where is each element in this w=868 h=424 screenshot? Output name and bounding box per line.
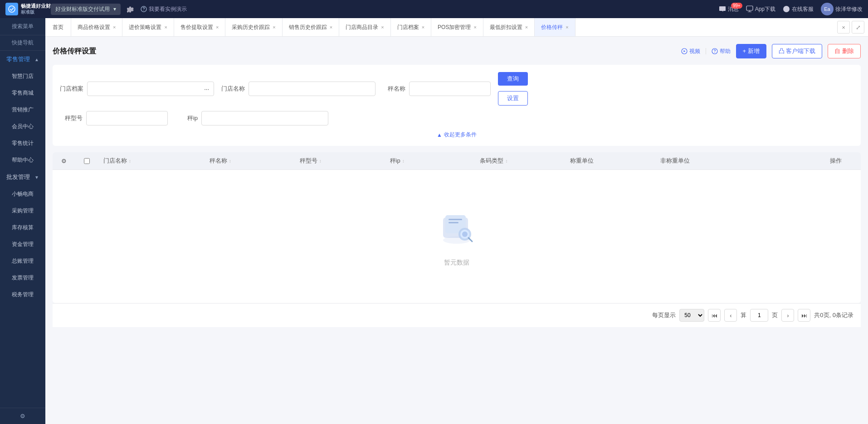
version-settings-icon[interactable] — [124, 3, 137, 15]
sidebar-item-general-ledger[interactable]: 总账管理 — [0, 253, 45, 270]
col-header-scale-ip[interactable]: 秤ip ↕ — [385, 152, 475, 169]
filter-scale-model: 秤型号 — [60, 111, 168, 125]
maximize-tab-btn[interactable]: ⤢ — [852, 21, 864, 34]
page-title: 价格传秤设置 — [53, 47, 96, 56]
version-selector[interactable]: 好业财标准版交付试用 ▾ — [51, 4, 121, 15]
messages-btn[interactable]: 消息 99+ — [719, 5, 739, 13]
col-header-settings[interactable]: ⚙ — [53, 153, 75, 169]
online-service-btn[interactable]: 在线客服 — [783, 5, 814, 13]
sidebar-item-retail-stats[interactable]: 零售统计 — [0, 135, 45, 152]
filter-row-1: 门店档案 ··· 门店名称 秤名称 — [60, 72, 853, 106]
sidebar-quick-nav[interactable]: 快捷导航 — [0, 35, 45, 51]
tab-close-icon[interactable]: × — [330, 24, 332, 30]
per-page-select[interactable]: 50 10 20 100 — [679, 309, 704, 322]
col-scale-ip-label: 秤ip — [390, 157, 400, 165]
sidebar-item-retail-mgmt[interactable]: 零售管理 ▲ — [0, 51, 45, 68]
delete-btn[interactable]: 自 删除 — [828, 44, 861, 58]
chevron-up-icon: ▲ — [34, 57, 39, 62]
col-header-scale-name[interactable]: 秤名称 ↕ — [204, 152, 294, 169]
sidebar-item-inventory[interactable]: 库存核算 — [0, 219, 45, 236]
tab-price-scale[interactable]: 价格传秤 × — [535, 18, 575, 36]
col-header-store-name[interactable]: 门店名称 ↕ — [98, 152, 204, 169]
set-button[interactable]: 设置 — [498, 91, 528, 106]
first-page-btn[interactable]: ⏮ — [708, 309, 721, 322]
filter-row-2: 秤型号 秤ip — [60, 111, 853, 125]
tab-close-icon[interactable]: × — [473, 24, 476, 30]
sidebar-item-finance[interactable]: 资金管理 — [0, 236, 45, 253]
scale-ip-filter-label: 秤ip — [175, 114, 198, 122]
scale-name-input[interactable] — [409, 82, 491, 96]
page-input[interactable] — [750, 309, 768, 322]
scale-model-input[interactable] — [86, 111, 168, 125]
tab-purchase-strategy[interactable]: 进价策略设置 × — [122, 18, 174, 36]
help-center-label: 帮助中心 — [12, 156, 34, 164]
tab-close-icon[interactable]: × — [525, 24, 528, 30]
last-page-btn[interactable]: ⏭ — [798, 309, 810, 322]
col-header-scale-model[interactable]: 秤型号 ↕ — [294, 152, 385, 169]
svg-rect-11 — [449, 222, 458, 223]
tab-sale-price[interactable]: 售价提取设置 × — [174, 18, 225, 36]
query-set-buttons: 查询 设置 — [498, 72, 528, 106]
tab-home[interactable]: 首页 — [45, 18, 71, 36]
select-all-checkbox[interactable] — [84, 158, 90, 164]
tab-min-discount[interactable]: 最低折扣设置 × — [483, 18, 535, 36]
prev-page-btn[interactable]: ‹ — [724, 309, 737, 322]
sidebar-settings-btn[interactable]: ⚙ — [0, 408, 45, 424]
sidebar-search[interactable]: 搜索菜单 — [0, 18, 45, 35]
sidebar-item-invoice-mgmt[interactable]: 发票管理 — [0, 270, 45, 286]
tab-close-icon[interactable]: × — [273, 24, 275, 30]
col-header-checkbox — [75, 154, 98, 169]
per-page-label: 每页显示 — [652, 311, 676, 319]
filter-panel: 门店档案 ··· 门店名称 秤名称 — [53, 65, 861, 146]
tab-store-profile[interactable]: 门店档案 × — [391, 18, 431, 36]
tab-store-catalog[interactable]: 门店商品目录 × — [339, 18, 390, 36]
store-profile-input[interactable]: ··· — [87, 82, 214, 96]
collapse-btn[interactable]: ▲ 收起更多条件 — [60, 131, 853, 139]
store-profile-filter-label: 门店档案 — [60, 85, 83, 93]
scale-ip-input[interactable] — [201, 111, 328, 125]
close-tab-btn[interactable]: × — [837, 21, 850, 34]
sidebar: 搜索菜单 快捷导航 零售管理 ▲ 智慧门店 零售商城 营销推广 会员中心 零 — [0, 18, 45, 424]
tab-product-price[interactable]: 商品价格设置 × — [71, 18, 122, 36]
sidebar-item-marketing[interactable]: 营销推广 — [0, 101, 45, 118]
add-btn[interactable]: + 新增 — [736, 44, 766, 58]
next-page-btn[interactable]: › — [781, 309, 794, 322]
sidebar-item-member-center[interactable]: 会员中心 — [0, 118, 45, 135]
sidebar-item-purchase-mgmt[interactable]: 采购管理 — [0, 202, 45, 219]
sidebar-item-retail-mall[interactable]: 零售商城 — [0, 85, 45, 101]
ellipsis-icon: ··· — [204, 86, 209, 92]
tab-label: 门店商品目录 — [346, 24, 378, 31]
divider — [706, 48, 706, 54]
user-menu-btn[interactable]: Ea 徐泽华修改 — [821, 3, 863, 15]
batch-mgmt-label: 批发管理 — [6, 173, 30, 181]
sidebar-item-tax-mgmt[interactable]: 税务管理 — [0, 286, 45, 303]
col-header-barcode-type[interactable]: 条码类型 ↕ — [474, 152, 565, 169]
chevron-down-icon: ▾ — [113, 6, 116, 12]
sidebar-item-ecommerce[interactable]: 小畅电商 — [0, 186, 45, 202]
app-download-btn[interactable]: App下载 — [746, 5, 775, 13]
tab-close-icon[interactable]: × — [381, 24, 384, 30]
query-button[interactable]: 查询 — [498, 72, 528, 86]
download-btn[interactable]: 凸 客户端下载 — [772, 44, 823, 58]
tab-sale-history[interactable]: 销售历史价跟踪 × — [283, 18, 339, 36]
tab-close-icon[interactable]: × — [566, 24, 568, 30]
col-scale-model-label: 秤型号 — [300, 157, 317, 165]
sidebar-item-smart-store[interactable]: 智慧门店 — [0, 68, 45, 85]
retail-mgmt-label: 零售管理 — [6, 55, 30, 63]
store-name-input[interactable] — [249, 82, 375, 96]
tab-purchase-history[interactable]: 采购历史价跟踪 × — [225, 18, 282, 36]
filter-store-profile: 门店档案 ··· — [60, 82, 214, 96]
help-link[interactable]: 帮助 — [712, 48, 731, 55]
tab-close-icon[interactable]: × — [422, 24, 424, 30]
page-header: 价格传秤设置 视频 — [53, 44, 861, 58]
demo-link[interactable]: 我要看实例演示 — [141, 5, 187, 13]
online-service-label: 在线客服 — [792, 5, 814, 13]
sidebar-item-help-center[interactable]: 帮助中心 — [0, 152, 45, 169]
tab-close-icon[interactable]: × — [216, 24, 219, 30]
sidebar-item-batch-mgmt[interactable]: 批发管理 ▼ — [0, 169, 45, 186]
tab-pos-mgmt[interactable]: POS加密管理 × — [431, 18, 483, 36]
tab-close-icon[interactable]: × — [113, 24, 116, 30]
video-link[interactable]: 视频 — [681, 48, 700, 55]
tab-close-icon[interactable]: × — [164, 24, 167, 30]
general-ledger-label: 总账管理 — [12, 257, 34, 265]
